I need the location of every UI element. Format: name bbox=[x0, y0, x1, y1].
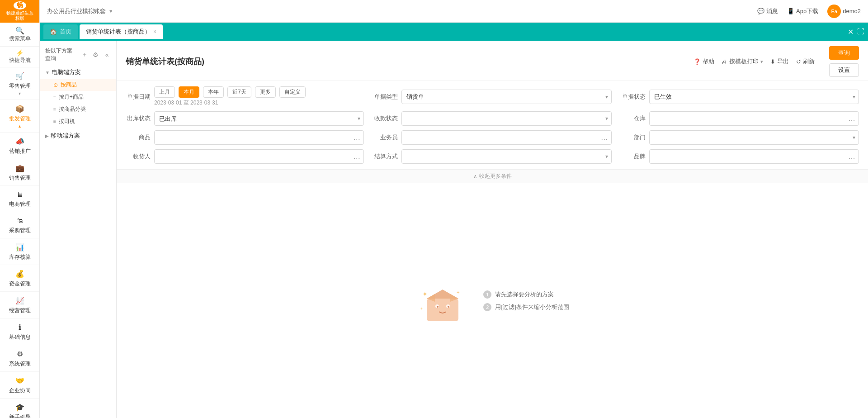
warehouse-dots-btn[interactable]: … bbox=[848, 114, 855, 123]
sidebar-newbie-label: 新手引导 bbox=[9, 413, 31, 418]
sidebar-item-system[interactable]: ⚙ 系统管理 bbox=[0, 345, 39, 372]
outstatus-select[interactable]: 已出库 bbox=[154, 111, 364, 126]
date-btn-more[interactable]: 更多 bbox=[255, 86, 276, 98]
scheme-group-mobile-header[interactable]: ▶ 移动端方案 bbox=[40, 129, 116, 142]
date-btn-7days[interactable]: 近7天 bbox=[227, 86, 251, 98]
svg-text:✦: ✦ bbox=[420, 307, 423, 311]
sidebar-item-inventory[interactable]: 📊 库存核算 bbox=[0, 238, 39, 265]
collectstatus-select[interactable] bbox=[401, 111, 611, 126]
tab-close-window-icon[interactable]: ✕ bbox=[848, 28, 854, 36]
export-label: 导出 bbox=[777, 57, 789, 66]
empty-state: ✦ ✦ ✦ 1 请先选择要分析的方案 2 用[过滤]条件来缩小分析范围 bbox=[117, 183, 868, 418]
sidebar-item-enterprise[interactable]: 🤝 企业协同 bbox=[0, 372, 39, 399]
type-select[interactable]: 销货单 bbox=[401, 90, 611, 104]
status-control: 已生效 bbox=[649, 90, 859, 104]
date-btn-thismonth[interactable]: 本月 bbox=[179, 86, 199, 98]
scheme-add-btn[interactable]: ＋ bbox=[81, 50, 89, 59]
warehouse-input[interactable] bbox=[649, 111, 859, 126]
brand-input[interactable] bbox=[649, 149, 859, 164]
purchase-icon: 🛍 bbox=[16, 217, 24, 225]
system-icon: ⚙ bbox=[17, 350, 23, 358]
sidebar-item-sales[interactable]: 💼 销售管理 bbox=[0, 159, 39, 186]
sidebar-item-purchase[interactable]: 🛍 采购管理 bbox=[0, 212, 39, 238]
goods-dots-btn[interactable]: … bbox=[353, 133, 360, 142]
sidebar-item-retail[interactable]: 🛒 零售管理 ▾ bbox=[0, 67, 39, 100]
tab-home[interactable]: 🏠 首页 bbox=[43, 24, 78, 39]
user-avatar-btn[interactable]: Ea demo2 bbox=[827, 5, 861, 18]
sidebar-search-label: 搜索菜单 bbox=[3, 35, 37, 43]
app-download-btn[interactable]: 📱 App下载 bbox=[787, 7, 818, 15]
settlement-select[interactable] bbox=[401, 149, 611, 164]
top-header: 办公用品行业模拟账套 ▾ 💬 消息 📱 App下载 Ea demo2 bbox=[40, 0, 868, 23]
salesman-label: 业务员 bbox=[373, 133, 398, 142]
svg-text:✦: ✦ bbox=[456, 290, 460, 295]
query-button[interactable]: 查询 bbox=[829, 46, 859, 60]
sidebar-enterprise-label: 企业协同 bbox=[9, 387, 31, 394]
print-btn[interactable]: 🖨 按模板打印 ▾ bbox=[722, 57, 763, 66]
workspace-dropdown-icon[interactable]: ▾ bbox=[109, 8, 113, 14]
scheme-item-by-category[interactable]: ≡ 按商品分类 bbox=[40, 103, 116, 115]
sidebar-item-wholesale[interactable]: 📦 批发管理 ▴ bbox=[0, 100, 39, 133]
tab-maximize-icon[interactable]: ⛶ bbox=[857, 28, 864, 36]
sidebar-inventory-label: 库存核算 bbox=[9, 253, 31, 261]
sidebar-item-newbie[interactable]: 🎓 新手引导 bbox=[0, 399, 39, 418]
goods-label: 商品 bbox=[126, 133, 151, 142]
tab-active[interactable]: 销货单统计表（按商品） × bbox=[80, 24, 163, 39]
app-download-icon: 📱 bbox=[787, 8, 794, 14]
goods-input[interactable] bbox=[154, 130, 364, 145]
help-btn[interactable]: ❓ 帮助 bbox=[693, 57, 714, 66]
newbie-icon: 🎓 bbox=[15, 403, 24, 412]
scheme-panel-title: 按以下方案查询 bbox=[45, 47, 77, 62]
salesman-input[interactable] bbox=[401, 130, 611, 145]
scheme-settings-btn[interactable]: ⚙ bbox=[92, 50, 99, 59]
date-label: 单据日期 bbox=[126, 93, 151, 101]
scheme-group-desktop: ▼ 电脑端方案 ⊙ 按商品 ≡ 按月+商品 ≡ 按商品分类 ≡ 按司机 bbox=[40, 65, 116, 128]
mobile-group-label: 移动端方案 bbox=[51, 132, 80, 140]
sidebar-item-ecom[interactable]: 🖥 电商管理 bbox=[0, 186, 39, 212]
status-select[interactable]: 已生效 bbox=[649, 90, 859, 104]
date-btn-lastmonth[interactable]: 上月 bbox=[154, 86, 175, 98]
refresh-btn[interactable]: ↺ 刷新 bbox=[796, 57, 815, 66]
svg-text:✦: ✦ bbox=[422, 290, 428, 298]
sidebar-wholesale-label: 批发管理 bbox=[9, 115, 31, 123]
by-driver-icon: ≡ bbox=[53, 119, 56, 124]
date-btn-custom[interactable]: 自定义 bbox=[279, 86, 306, 98]
filter-cell-type: 单据类型 销货单 bbox=[373, 86, 611, 107]
tab-close-icon[interactable]: × bbox=[153, 28, 156, 35]
sidebar-item-basic[interactable]: ℹ 基础信息 bbox=[0, 318, 39, 345]
scheme-item-by-month-goods[interactable]: ≡ 按月+商品 bbox=[40, 91, 116, 103]
settings-button[interactable]: 设置 bbox=[829, 63, 859, 77]
filter-cell-outstatus: 出库状态 已出库 bbox=[126, 111, 364, 126]
sidebar-item-marketing[interactable]: 📣 营销推广 bbox=[0, 133, 39, 159]
print-dropdown-icon[interactable]: ▾ bbox=[760, 59, 763, 65]
by-category-label: 按商品分类 bbox=[59, 105, 86, 113]
brand-dots-btn[interactable]: … bbox=[848, 152, 855, 161]
sidebar-quicknav[interactable]: ⚡ 快捷导航 bbox=[0, 47, 39, 67]
filter-row-2: 出库状态 已出库 收款状态 bbox=[126, 111, 859, 126]
workspace-label: 办公用品行业模拟账套 bbox=[47, 7, 106, 15]
date-btn-thisyear[interactable]: 本年 bbox=[203, 86, 224, 98]
app-download-label: App下载 bbox=[796, 7, 818, 15]
department-select[interactable] bbox=[649, 130, 859, 145]
export-btn[interactable]: ⬇ 导出 bbox=[770, 57, 789, 66]
operation-icon: 📈 bbox=[15, 296, 24, 305]
by-goods-label: 按商品 bbox=[61, 81, 77, 89]
message-btn[interactable]: 💬 消息 bbox=[757, 7, 778, 15]
retail-icon: 🛒 bbox=[15, 72, 24, 81]
collapse-bar[interactable]: ∧ 收起更多条件 bbox=[117, 170, 868, 183]
user-name-label: demo2 bbox=[843, 8, 861, 14]
scheme-collapse-btn[interactable]: « bbox=[103, 50, 111, 59]
sidebar-system-label: 系统管理 bbox=[9, 360, 31, 368]
filter-cell-status: 单据状态 已生效 bbox=[621, 86, 859, 107]
sidebar-search[interactable]: 🔍 搜索菜单 bbox=[0, 23, 39, 47]
sidebar-item-finance[interactable]: 💰 资金管理 bbox=[0, 265, 39, 292]
scheme-group-desktop-header[interactable]: ▼ 电脑端方案 bbox=[40, 66, 116, 79]
logo-icon: 畅 bbox=[14, 1, 26, 10]
scheme-item-by-driver[interactable]: ≡ 按司机 bbox=[40, 115, 116, 128]
salesman-dots-btn[interactable]: … bbox=[601, 133, 608, 142]
sidebar-item-operation[interactable]: 📈 经营管理 bbox=[0, 292, 39, 318]
receiver-dots-btn[interactable]: … bbox=[353, 152, 360, 161]
scheme-item-by-goods[interactable]: ⊙ 按商品 bbox=[40, 79, 116, 91]
main-area: 办公用品行业模拟账套 ▾ 💬 消息 📱 App下载 Ea demo2 🏠 首页 bbox=[40, 0, 868, 418]
receiver-input[interactable] bbox=[154, 149, 364, 164]
